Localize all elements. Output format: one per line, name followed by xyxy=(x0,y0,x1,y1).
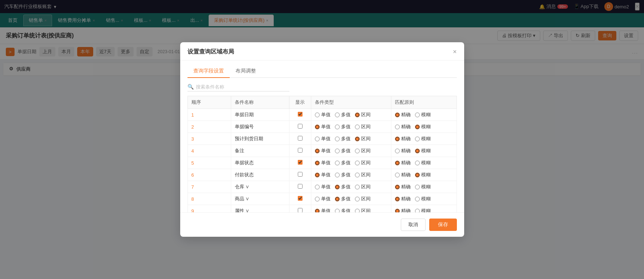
modal-close-button[interactable]: × xyxy=(453,48,457,56)
tab-layout[interactable]: 布局调整 xyxy=(230,65,262,78)
settings-modal: 设置查询区域布局 × 查询字段设置 布局调整 🔍 顺序 条件名称 显示 xyxy=(180,42,464,79)
modal-tabs: 查询字段设置 布局调整 xyxy=(187,60,457,78)
modal-title: 设置查询区域布局 xyxy=(187,48,234,56)
modal-header: 设置查询区域布局 × xyxy=(180,42,464,60)
modal-body: 查询字段设置 布局调整 🔍 顺序 条件名称 显示 条件类型 匹配原则 xyxy=(180,60,464,79)
modal-overlay: 设置查询区域布局 × 查询字段设置 布局调整 🔍 顺序 条件名称 显示 xyxy=(0,0,644,79)
tab-query-fields[interactable]: 查询字段设置 xyxy=(187,65,230,78)
